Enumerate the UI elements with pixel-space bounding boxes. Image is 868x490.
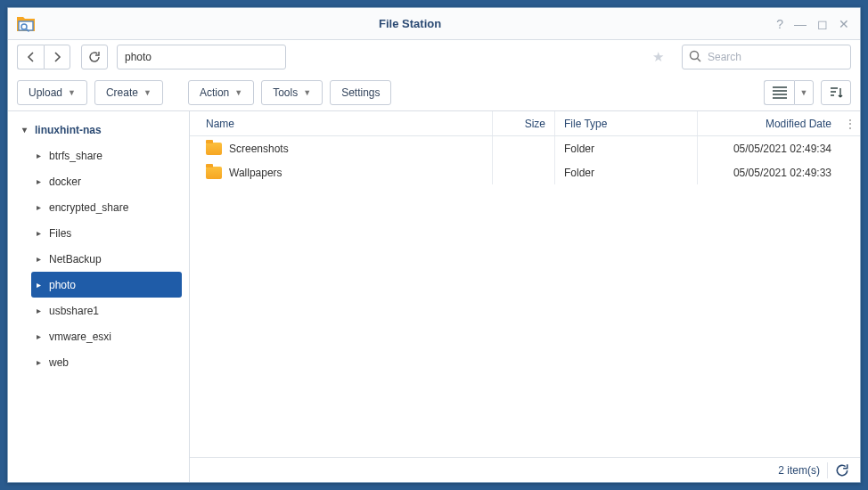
file-type: Folder [555,160,698,184]
column-name[interactable]: Name [190,111,493,135]
close-icon[interactable]: ✕ [839,17,849,31]
path-input[interactable] [117,45,286,69]
chevron-right-icon: ▸ [37,306,49,315]
view-list-button[interactable] [764,80,794,105]
action-button[interactable]: Action▼ [188,80,254,105]
table-row[interactable]: ScreenshotsFolder05/05/2021 02:49:34 [190,136,860,160]
sidebar-item-btrfs_share[interactable]: ▸btrfs_share [31,143,182,168]
sidebar-item-web[interactable]: ▸web [31,349,182,375]
window-title: File Station [44,17,776,30]
view-dropdown-button[interactable]: ▼ [794,80,814,105]
chevron-right-icon: ▸ [37,357,49,367]
chevron-right-icon: ▸ [37,176,49,186]
sidebar-item-label: btrfs_share [49,150,102,162]
chevron-right-icon [53,52,61,62]
file-size [493,136,555,160]
tree-root-label: linuxhint-nas [35,124,102,136]
reload-icon [835,463,849,478]
column-headers: Name Size File Type Modified Date ⋮ [190,111,860,136]
search-icon [689,50,701,62]
tree-root[interactable]: ▾ linuxhint-nas [15,117,189,143]
upload-button[interactable]: Upload▼ [17,80,87,105]
sidebar-item-label: Files [49,227,71,240]
file-name: Screenshots [229,143,289,155]
reload-button[interactable] [81,45,108,69]
chevron-right-icon: ▸ [37,228,49,238]
sidebar-item-label: encrypted_share [49,201,128,214]
chevron-right-icon: ▸ [37,280,49,290]
favorite-star-icon[interactable]: ★ [652,49,664,65]
chevron-right-icon: ▸ [37,254,49,264]
file-station-window: File Station ? — ◻ ✕ ★ [7,7,861,483]
column-menu-icon[interactable]: ⋮ [840,118,860,130]
reload-icon [88,51,101,63]
sidebar-item-label: vmware_esxi [49,331,111,343]
sort-button[interactable] [821,80,851,105]
sidebar-item-netbackup[interactable]: ▸NetBackup [31,246,182,272]
folder-icon [206,143,222,155]
sidebar: ▾ linuxhint-nas ▸btrfs_share▸docker▸encr… [8,111,190,482]
file-type: Folder [555,136,698,160]
navbar: ★ [8,40,860,74]
column-type[interactable]: File Type [555,111,698,135]
file-list: Name Size File Type Modified Date ⋮ Scre… [190,111,860,482]
titlebar: File Station ? — ◻ ✕ [8,8,860,40]
sidebar-item-usbshare1[interactable]: ▸usbshare1 [31,298,182,323]
table-row[interactable]: WallpapersFolder05/05/2021 02:49:33 [190,160,860,184]
help-icon[interactable]: ? [776,17,783,31]
chevron-right-icon: ▸ [37,202,49,212]
file-date: 05/05/2021 02:49:33 [698,160,840,184]
sidebar-item-vmware_esxi[interactable]: ▸vmware_esxi [31,323,182,349]
list-icon [773,86,787,99]
sidebar-item-label: docker [49,176,81,188]
create-button[interactable]: Create▼ [94,80,163,105]
sidebar-item-label: NetBackup [49,253,102,265]
file-date: 05/05/2021 02:49:34 [698,136,840,160]
column-date[interactable]: Modified Date [698,111,840,135]
statusbar-reload-button[interactable] [835,463,849,478]
sidebar-item-label: web [49,356,69,369]
sidebar-item-label: usbshare1 [49,305,99,317]
sidebar-item-photo[interactable]: ▸photo [31,272,182,298]
chevron-down-icon: ▾ [22,125,35,135]
statusbar: 2 item(s) [190,457,860,482]
search-input[interactable] [682,45,851,69]
maximize-icon[interactable]: ◻ [817,17,828,31]
file-name: Wallpapers [229,167,283,179]
sort-icon [829,86,843,99]
svg-point-2 [691,52,699,60]
column-size[interactable]: Size [493,111,555,135]
tools-button[interactable]: Tools▼ [261,80,323,105]
sidebar-item-label: photo [49,279,76,291]
sidebar-item-docker[interactable]: ▸docker [31,168,182,194]
back-button[interactable] [17,45,44,69]
forward-button[interactable] [44,45,70,69]
file-size [493,160,555,184]
chevron-right-icon: ▸ [37,331,49,341]
sidebar-item-files[interactable]: ▸Files [31,220,182,246]
minimize-icon[interactable]: — [794,17,807,31]
sidebar-item-encrypted_share[interactable]: ▸encrypted_share [31,194,182,220]
item-count: 2 item(s) [778,464,820,477]
chevron-left-icon [27,52,36,62]
settings-button[interactable]: Settings [330,80,391,105]
folder-icon [206,167,222,179]
toolbar: Upload▼ Create▼ Action▼ Tools▼ Settings … [8,74,860,111]
app-icon [15,13,37,35]
chevron-right-icon: ▸ [37,151,49,160]
